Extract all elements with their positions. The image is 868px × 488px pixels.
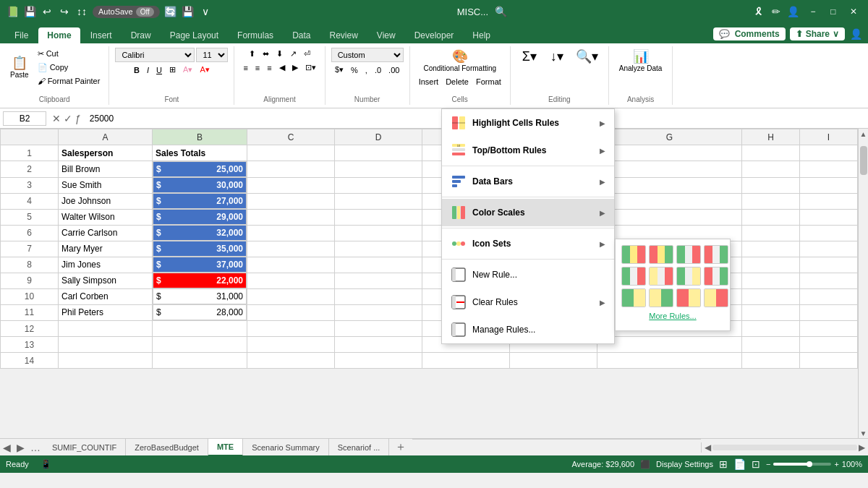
minimize-button[interactable]: −	[804, 4, 822, 19]
page-layout-icon[interactable]: 📄	[733, 458, 746, 470]
underline-button[interactable]: U	[153, 64, 165, 76]
undo-icon[interactable]: ↩	[41, 5, 54, 18]
percent-button[interactable]: %	[348, 64, 361, 76]
cell-b14[interactable]	[153, 353, 247, 369]
cell-b2[interactable]: $25,000	[153, 161, 247, 177]
cell-b13[interactable]	[153, 337, 247, 353]
paste-button[interactable]: 📋 Paste	[6, 54, 33, 81]
border-button[interactable]: ⊞	[166, 64, 179, 76]
cell-a2[interactable]: Bill Brown	[59, 161, 153, 178]
cell-b10[interactable]: $31,000	[153, 288, 247, 304]
sheet-tab-scenario-summary[interactable]: Scenario Summary	[243, 439, 329, 456]
cell-a10[interactable]: Carl Corben	[59, 288, 153, 304]
scroll-thumb[interactable]	[860, 146, 867, 175]
cell-a9[interactable]: Sally Simpson	[59, 273, 153, 288]
font-color-button[interactable]: A▾	[197, 64, 212, 76]
cell-a14[interactable]	[59, 353, 153, 369]
zoom-plus-icon[interactable]: +	[834, 460, 838, 468]
tab-draw[interactable]: Draw	[122, 27, 160, 43]
tab-nav-dots[interactable]: …	[27, 442, 43, 453]
cell-c2[interactable]	[247, 161, 335, 178]
insert-function-icon[interactable]: ƒ	[75, 113, 81, 124]
increase-decimal-button[interactable]: .00	[386, 64, 402, 76]
vertical-scrollbar[interactable]: ▲ ▼	[858, 129, 868, 438]
conditional-formatting-button[interactable]: 🎨 Conditional Formatting	[419, 48, 501, 74]
zoom-slider[interactable]	[773, 463, 831, 466]
display-settings-label[interactable]: Display Settings	[656, 460, 713, 468]
insert-button[interactable]: Insert	[416, 76, 442, 87]
tab-page-layout[interactable]: Page Layout	[161, 27, 227, 43]
fill-button[interactable]: ↓▾	[544, 48, 570, 65]
align-middle-button[interactable]: ⬌	[260, 48, 272, 60]
delete-button[interactable]: Delete	[443, 76, 472, 87]
align-left-button[interactable]: ≡	[240, 62, 250, 74]
format-painter-button[interactable]: 🖌 Format Painter	[35, 75, 103, 87]
col-header-c[interactable]: C	[247, 129, 335, 145]
tab-insert[interactable]: Insert	[82, 27, 121, 43]
cell-b11[interactable]: $28,000	[153, 304, 247, 320]
cell-b9[interactable]: $22,000	[153, 273, 247, 288]
redo-icon[interactable]: ↪	[58, 5, 71, 18]
user-icon[interactable]: 👤	[787, 5, 800, 18]
tab-view[interactable]: View	[368, 27, 404, 43]
number-format-select[interactable]: Custom General Number Currency Accountin…	[331, 48, 404, 62]
col-header-d[interactable]: D	[335, 129, 422, 145]
profile-icon[interactable]: 👤	[849, 27, 862, 40]
cell-a4[interactable]: Joe Johnson	[59, 193, 153, 209]
share-button[interactable]: ⬆ Share ∨	[790, 27, 845, 40]
col-header-b[interactable]: B	[153, 129, 247, 145]
ribbon-collapse-icon[interactable]: 🎗	[752, 5, 765, 18]
tab-review[interactable]: Review	[320, 27, 366, 43]
wrap-text-button[interactable]: ⏎	[301, 48, 313, 60]
tab-nav-next[interactable]: ▶	[14, 442, 27, 453]
h-scroll-left[interactable]: ◀	[705, 442, 711, 453]
text-direction-button[interactable]: ↗	[287, 48, 299, 60]
comma-button[interactable]: ,	[362, 64, 370, 76]
tab-developer[interactable]: Developer	[406, 27, 463, 43]
sheet-tab-mte[interactable]: MTE	[208, 439, 243, 456]
normal-view-icon[interactable]: ⊞	[719, 458, 728, 470]
sum-button[interactable]: Σ▾	[516, 48, 542, 65]
decrease-indent-button[interactable]: ◀	[276, 61, 288, 74]
col-header-a[interactable]: A	[59, 129, 153, 145]
cell-b5[interactable]: $29,000	[153, 209, 247, 225]
find-button[interactable]: 🔍▾	[571, 48, 603, 65]
cell-g1[interactable]	[597, 145, 742, 161]
cell-b12[interactable]	[153, 321, 247, 337]
cell-a3[interactable]: Sue Smith	[59, 177, 153, 193]
cell-a5[interactable]: Walter Wilson	[59, 209, 153, 225]
tab-formulas[interactable]: Formulas	[229, 27, 282, 43]
tab-nav-prev[interactable]: ◀	[0, 442, 14, 453]
tab-data[interactable]: Data	[284, 27, 319, 43]
cell-d1[interactable]	[335, 145, 422, 161]
cell-b4[interactable]: $27,000	[153, 193, 247, 209]
maximize-button[interactable]: □	[825, 4, 842, 19]
scroll-track[interactable]	[859, 139, 868, 428]
align-right-button[interactable]: ≡	[264, 62, 274, 74]
decrease-decimal-button[interactable]: .0	[372, 64, 384, 76]
cell-a13[interactable]	[59, 337, 153, 353]
cell-a12[interactable]	[59, 321, 153, 337]
fill-color-button[interactable]: A▾	[180, 64, 195, 76]
autosave-toggle[interactable]: AutoSave Off	[93, 6, 160, 18]
copy-button[interactable]: 📄 Copy	[35, 61, 103, 74]
merge-button[interactable]: ⊡▾	[302, 61, 319, 74]
scroll-down-button[interactable]: ▼	[859, 428, 868, 438]
cell-b8[interactable]: $37,000	[153, 257, 247, 273]
add-sheet-button[interactable]: ＋	[389, 440, 412, 455]
cancel-formula-icon[interactable]: ✕	[52, 113, 61, 124]
cell-a1[interactable]: Salesperson	[59, 145, 153, 161]
tab-file[interactable]: File	[6, 27, 37, 43]
cell-h1[interactable]	[742, 145, 800, 161]
cell-a11[interactable]: Phil Peters	[59, 304, 153, 321]
zoom-out-icon[interactable]: −	[766, 460, 770, 468]
search-icon[interactable]: 🔍	[494, 5, 507, 18]
font-size-select[interactable]: 11	[196, 48, 228, 62]
scroll-up-button[interactable]: ▲	[859, 129, 868, 139]
h-scroll-right[interactable]: ▶	[859, 442, 865, 453]
confirm-formula-icon[interactable]: ✓	[64, 113, 72, 124]
h-scroll-bar[interactable]	[712, 445, 857, 450]
cell-b1[interactable]: Sales Totals	[153, 145, 247, 161]
tab-help[interactable]: Help	[464, 27, 499, 43]
col-header-i[interactable]: I	[800, 129, 858, 145]
